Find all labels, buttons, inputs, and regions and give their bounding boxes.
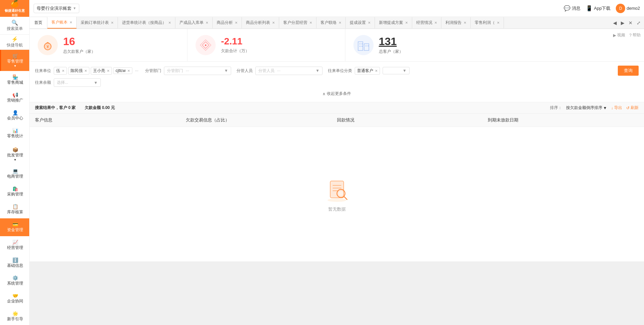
tab-new-proposal[interactable]: 新增提成方案 ✕ bbox=[375, 17, 412, 28]
sidebar-item-ecom-mgmt[interactable]: 💻 电商管理 bbox=[0, 165, 29, 183]
dept-arrow: ▼ bbox=[224, 68, 228, 73]
refresh-icon: ↺ bbox=[626, 106, 630, 110]
sidebar-item-search-menu[interactable]: 🔍 搜索菜单 bbox=[0, 17, 29, 35]
money-bag-icon: ¥ bbox=[42, 39, 54, 51]
video-button[interactable]: ▶ 视频 bbox=[613, 32, 625, 38]
filter-more-units[interactable]: ··· bbox=[134, 68, 140, 74]
tab-close-inbound-stats[interactable]: ✕ bbox=[168, 21, 171, 25]
filter-tag-normal-customer[interactable]: 普通客户 ✕ bbox=[355, 67, 380, 75]
total-customers-label: 总客户（家） bbox=[379, 49, 403, 55]
balance-filter-select[interactable]: 选择... ▼ bbox=[54, 78, 101, 87]
filter-tag-chen-remove[interactable]: ✕ bbox=[84, 69, 87, 73]
tabs-close-all[interactable]: ✕ bbox=[627, 19, 634, 27]
topbar-right: 💬 消息 📱 App下载 D demo2 bbox=[564, 4, 640, 13]
sidebar-item-member-center[interactable]: 👤 会员中心 bbox=[0, 107, 29, 124]
sidebar-item-basic-info[interactable]: ℹ️ 基础信息 bbox=[0, 254, 29, 272]
dept-filter-select[interactable]: 分管部门 ··· ▼ bbox=[164, 67, 231, 75]
tab-customer-segment-ops[interactable]: 客户分层经营 ✕ bbox=[279, 17, 316, 28]
account-selector[interactable]: 母婴行业演示账套 ▼ bbox=[34, 4, 79, 13]
balance-filter-label: 往来余额 bbox=[35, 80, 51, 85]
tab-close-product-analysis-list[interactable]: ✕ bbox=[272, 21, 275, 25]
sidebar-item-marketing[interactable]: 📢 营销推广 bbox=[0, 89, 29, 107]
tab-close-proposal-settings[interactable]: ✕ bbox=[368, 21, 371, 25]
sidebar-item-retail-stats[interactable]: 📊 零售统计 bbox=[0, 124, 29, 142]
stat-total-customers-info: 131 总客户（家） bbox=[379, 36, 403, 55]
stat-total-customers: 131 总客户（家） ▶ 视频 ? 帮助 bbox=[345, 29, 644, 61]
help-button[interactable]: ? 帮助 bbox=[629, 32, 641, 38]
tab-profit-report[interactable]: 利润报告 ✕ bbox=[441, 17, 471, 28]
filter-tag-chen[interactable]: 陈民强 ✕ bbox=[68, 67, 89, 75]
tab-customer-contact[interactable]: 客户联络 ✕ bbox=[316, 17, 346, 28]
collapse-button[interactable]: ∧ 收起更多条件 bbox=[35, 89, 639, 98]
unit-type-more-select[interactable]: ▼ bbox=[383, 67, 410, 74]
filter-tag-cjttcw-remove[interactable]: ✕ bbox=[127, 69, 130, 73]
tab-close-customer-account[interactable]: ✕ bbox=[70, 21, 72, 24]
sidebar-logo[interactable]: 🍊 畅捷通好生意 标版 bbox=[0, 0, 29, 17]
sidebar-item-wholesale-mgmt[interactable]: 📦 批发管理 ▼ bbox=[0, 144, 29, 165]
tab-product-analysis-list[interactable]: 商品分析列表 ✕ bbox=[242, 17, 279, 28]
tab-close-retail-profit[interactable]: ✕ bbox=[497, 21, 500, 25]
messages-button[interactable]: 💬 消息 bbox=[564, 5, 581, 11]
sidebar-item-new-guide[interactable]: 🌟 新手引导 bbox=[0, 308, 29, 325]
tab-customer-account[interactable]: 客户账本 ✕ bbox=[47, 17, 77, 29]
topbar: 母婴行业演示账套 ▼ 💬 消息 📱 App下载 D demo2 bbox=[30, 0, 644, 17]
filter-tag-wu-remove[interactable]: ✕ bbox=[62, 69, 65, 73]
dept-filter-label: 分管部门 bbox=[145, 68, 161, 74]
table-wrap: 客户信息 欠款交易信息（占比） 回款情况 到期未放款日期 bbox=[30, 114, 644, 261]
sort-value-button[interactable]: 按欠款金额倒序排序 ▼ bbox=[566, 105, 607, 111]
tab-close-product-inbound[interactable]: ✕ bbox=[206, 21, 208, 25]
content-area: ¥ 16 总欠款客户（家） bbox=[30, 29, 644, 325]
tab-close-new-proposal[interactable]: ✕ bbox=[405, 21, 408, 25]
sidebar-item-ops-mgmt[interactable]: 📈 经营管理 bbox=[0, 236, 29, 254]
query-button[interactable]: 查询 bbox=[618, 66, 639, 76]
tab-close-customer-segment[interactable]: ✕ bbox=[309, 21, 312, 25]
sidebar-item-finance-mgmt[interactable]: 💳 资金管理 bbox=[0, 218, 29, 236]
tabs-scroll-left[interactable]: ◀ bbox=[612, 19, 618, 27]
tab-product-analysis[interactable]: 商品分析 ✕ bbox=[213, 17, 242, 28]
tab-home[interactable]: 首页 bbox=[30, 17, 47, 28]
tabs-scroll-right[interactable]: ▶ bbox=[619, 19, 626, 27]
tab-close-ops-situation[interactable]: ✕ bbox=[434, 21, 437, 25]
filter-tag-normal-customer-remove[interactable]: ✕ bbox=[375, 69, 378, 73]
tabs-bar: 首页 客户账本 ✕ 采购订单统计表 ✕ 进货单统计表（按商品） ✕ 产成品入库单… bbox=[30, 17, 644, 29]
app-download-icon: 📱 bbox=[586, 5, 593, 11]
unit-type-arrow: ▼ bbox=[402, 68, 406, 73]
tab-close-customer-contact[interactable]: ✕ bbox=[339, 21, 341, 25]
tab-ops-situation[interactable]: 经营情况 ✕ bbox=[412, 17, 441, 28]
debt-total-number: -2.11 bbox=[221, 37, 249, 46]
sidebar-item-retail-mgmt[interactable]: 🛒 零售管理 ▼ bbox=[0, 50, 29, 71]
svg-rect-10 bbox=[359, 46, 360, 47]
tab-proposal-settings[interactable]: 提成设置 ✕ bbox=[346, 17, 375, 28]
sidebar-item-retail-mall[interactable]: 🏪 零售商城 bbox=[0, 71, 29, 89]
total-customers-number: 131 bbox=[379, 36, 403, 47]
table-header-due-date: 到期未放款日期 bbox=[488, 117, 639, 123]
tab-inbound-stats-product[interactable]: 进货单统计表（按商品） ✕ bbox=[118, 17, 175, 28]
filter-tag-cjttcw[interactable]: cjttcw ✕ bbox=[113, 67, 132, 74]
table-header: 客户信息 欠款交易信息（占比） 回款情况 到期未放款日期 bbox=[30, 114, 644, 127]
svg-text:¥: ¥ bbox=[46, 44, 49, 49]
sidebar-item-purchase-mgmt[interactable]: 🛍️ 采购管理 bbox=[0, 183, 29, 201]
tab-product-inbound-order[interactable]: 产成品入库单 ✕ bbox=[175, 17, 213, 28]
person-filter-select[interactable]: 分管人员 ··· ▼ bbox=[255, 67, 323, 75]
filter-tag-wang-remove[interactable]: ✕ bbox=[107, 69, 110, 73]
tab-retail-profit[interactable]: 零售利润（ ✕ bbox=[471, 17, 504, 28]
sidebar-item-enterprise-collab[interactable]: 🤝 企业协同 bbox=[0, 290, 29, 308]
tab-close-profit-report[interactable]: ✕ bbox=[464, 21, 466, 25]
tabs-expand[interactable]: ⤢ bbox=[635, 19, 642, 27]
sidebar-item-inventory-check[interactable]: 📋 库存核算 bbox=[0, 201, 29, 218]
stat-debt-customers-icon: ¥ bbox=[38, 35, 58, 55]
empty-illustration bbox=[324, 176, 350, 203]
export-button[interactable]: ↓ 导出 bbox=[611, 105, 622, 111]
app-download-button[interactable]: 📱 App下载 bbox=[586, 5, 610, 11]
sidebar-item-quick-nav[interactable]: ⚡ 快捷导航 bbox=[0, 35, 29, 50]
stat-debt-total-icon: ✦ bbox=[196, 35, 216, 55]
filter-tag-wang[interactable]: 王小亮 ✕ bbox=[91, 67, 112, 75]
tab-close-purchase-order-stats[interactable]: ✕ bbox=[111, 21, 114, 25]
refresh-button[interactable]: ↺ 刷新 bbox=[626, 105, 639, 111]
tab-close-product-analysis[interactable]: ✕ bbox=[235, 21, 238, 25]
user-profile[interactable]: D demo2 bbox=[616, 4, 640, 13]
filter-tag-wu[interactable]: 伍 ✕ bbox=[54, 67, 67, 75]
svg-point-14 bbox=[328, 198, 346, 202]
sidebar-item-sys-mgmt[interactable]: ⚙️ 系统管理 bbox=[0, 272, 29, 290]
tab-purchase-order-stats[interactable]: 采购订单统计表 ✕ bbox=[77, 17, 118, 28]
